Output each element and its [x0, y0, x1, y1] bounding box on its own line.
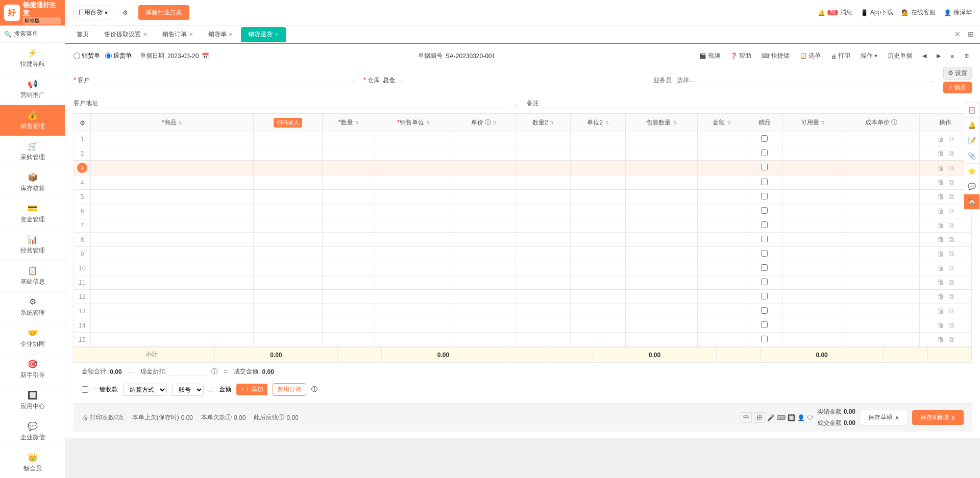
col-settings-header[interactable]: ⚙: [74, 114, 91, 132]
gift-checkbox[interactable]: [761, 135, 768, 142]
unit2-cell[interactable]: [571, 333, 626, 347]
qty2-cell[interactable]: [516, 290, 571, 304]
delete-row-btn[interactable]: 🗑: [936, 307, 946, 315]
gift-cell[interactable]: [746, 190, 782, 204]
product-cell[interactable]: [91, 204, 254, 218]
gift-checkbox[interactable]: [761, 193, 768, 199]
trial-plan-button[interactable]: 体验行业方案: [138, 5, 189, 20]
qty2-cell[interactable]: [516, 146, 571, 161]
sales-unit-cell[interactable]: [375, 290, 452, 304]
copy-row-btn[interactable]: ⧉: [947, 207, 955, 215]
warehouse-dots[interactable]: ...: [398, 77, 403, 84]
radio-return[interactable]: 退货单: [105, 52, 132, 60]
unit2-cell[interactable]: [571, 146, 626, 161]
radio-return-input[interactable]: [105, 53, 112, 59]
gift-checkbox[interactable]: [761, 149, 768, 156]
qty-cell[interactable]: [322, 304, 375, 318]
unit2-cell[interactable]: [571, 218, 626, 233]
unit2-cell[interactable]: [571, 132, 626, 146]
salesperson-dots[interactable]: ...: [930, 77, 935, 84]
gift-cell[interactable]: [746, 275, 782, 290]
gift-cell[interactable]: [746, 161, 782, 175]
gift-checkbox[interactable]: [761, 250, 768, 257]
sidebar-item-member[interactable]: 👑 畅会员: [0, 447, 65, 478]
price-cell[interactable]: [452, 175, 516, 190]
price-cell[interactable]: [452, 233, 516, 247]
amount-cell[interactable]: [698, 204, 746, 218]
unit2-cell[interactable]: [571, 161, 626, 175]
gift-checkbox[interactable]: [761, 221, 768, 228]
gift-cell[interactable]: [746, 132, 782, 146]
delete-row-btn[interactable]: 🗑: [936, 292, 946, 300]
package-qty-cell[interactable]: [625, 132, 697, 146]
account-select[interactable]: 账号: [172, 384, 204, 396]
package-qty-cell[interactable]: [625, 304, 697, 318]
amount-cell[interactable]: [698, 190, 746, 204]
online-service-btn[interactable]: 💁 在线客服: [901, 8, 936, 17]
gift-cell[interactable]: [746, 247, 782, 261]
qty-cell[interactable]: [322, 290, 375, 304]
price-cell[interactable]: [452, 204, 516, 218]
print-btn[interactable]: 🖨 打印: [828, 50, 853, 62]
price-cell[interactable]: [452, 132, 516, 146]
gift-cell[interactable]: [746, 146, 782, 161]
package-qty-cell[interactable]: [625, 333, 697, 347]
right-icon-star[interactable]: ⭐: [964, 164, 979, 179]
copy-row-btn[interactable]: ⧉: [947, 164, 955, 172]
copy-row-btn[interactable]: ⧉: [947, 235, 955, 243]
unit2-cell[interactable]: [571, 247, 626, 261]
qr-icon[interactable]: 🔲: [788, 414, 795, 421]
tab-price-close[interactable]: ✕: [143, 32, 147, 37]
product-cell[interactable]: [91, 261, 254, 275]
product-cell[interactable]: [91, 304, 254, 318]
delete-row-btn[interactable]: 🗑: [936, 207, 946, 215]
nav-industry-select[interactable]: 日用百货 ▾: [74, 6, 112, 19]
sales-unit-cell[interactable]: [375, 161, 452, 175]
delete-row-btn[interactable]: 🗑: [936, 321, 946, 329]
sales-unit-cell[interactable]: [375, 261, 452, 275]
qty-cell[interactable]: [322, 247, 375, 261]
sidebar-item-shortcut[interactable]: ⚡ 快捷导航: [0, 43, 65, 74]
sales-unit-cell[interactable]: [375, 275, 452, 290]
copy-row-btn[interactable]: ⧉: [947, 321, 955, 329]
view-list-btn[interactable]: ≡: [948, 50, 957, 62]
tab-delivery-close[interactable]: ✕: [229, 32, 233, 37]
package-qty-cell[interactable]: [625, 261, 697, 275]
sales-unit-cell[interactable]: [375, 218, 452, 233]
customer-input[interactable]: [93, 76, 347, 85]
save-new-button[interactable]: 保存&新增 ∧: [912, 410, 964, 425]
amount-cell[interactable]: [698, 290, 746, 304]
sales-unit-cell[interactable]: [375, 304, 452, 318]
qty2-cell[interactable]: [516, 175, 571, 190]
amount-cell[interactable]: [698, 233, 746, 247]
amount-cell[interactable]: [698, 333, 746, 347]
select-btn[interactable]: 📋 选单: [797, 50, 824, 62]
right-icon-clipboard[interactable]: 📋: [964, 103, 979, 118]
sales-unit-cell[interactable]: [375, 233, 452, 247]
right-icon-bell[interactable]: 🔔: [964, 118, 979, 133]
delete-row-btn[interactable]: 🗑: [936, 249, 946, 258]
amount-cell[interactable]: [698, 261, 746, 275]
qty2-cell[interactable]: [516, 318, 571, 333]
calendar-icon[interactable]: 📅: [202, 53, 209, 60]
gift-cell[interactable]: [746, 333, 782, 347]
copy-row-btn[interactable]: ⧉: [947, 264, 955, 272]
help-btn[interactable]: ❓ 帮助: [727, 50, 754, 62]
amount-cell[interactable]: [698, 218, 746, 233]
sales-unit-cell[interactable]: [375, 333, 452, 347]
keyboard-icon[interactable]: ⌨: [777, 414, 786, 421]
price-cell[interactable]: [452, 318, 516, 333]
price-cell[interactable]: [452, 161, 516, 175]
gift-cell[interactable]: [746, 175, 782, 190]
delete-row-btn[interactable]: 🗑: [936, 264, 946, 272]
settings-button[interactable]: ⚙ 设置: [943, 67, 972, 80]
gift-checkbox[interactable]: [761, 207, 768, 214]
copy-row-btn[interactable]: ⧉: [947, 135, 955, 143]
delete-row-btn[interactable]: 🗑: [936, 149, 946, 157]
sidebar-search[interactable]: 🔍 搜索菜单: [0, 26, 65, 43]
product-cell[interactable]: [91, 175, 254, 190]
product-cell[interactable]: [91, 132, 254, 146]
price-cell[interactable]: [452, 290, 516, 304]
copy-row-btn[interactable]: ⧉: [947, 178, 955, 186]
view-grid-btn[interactable]: ⊞: [961, 50, 972, 62]
